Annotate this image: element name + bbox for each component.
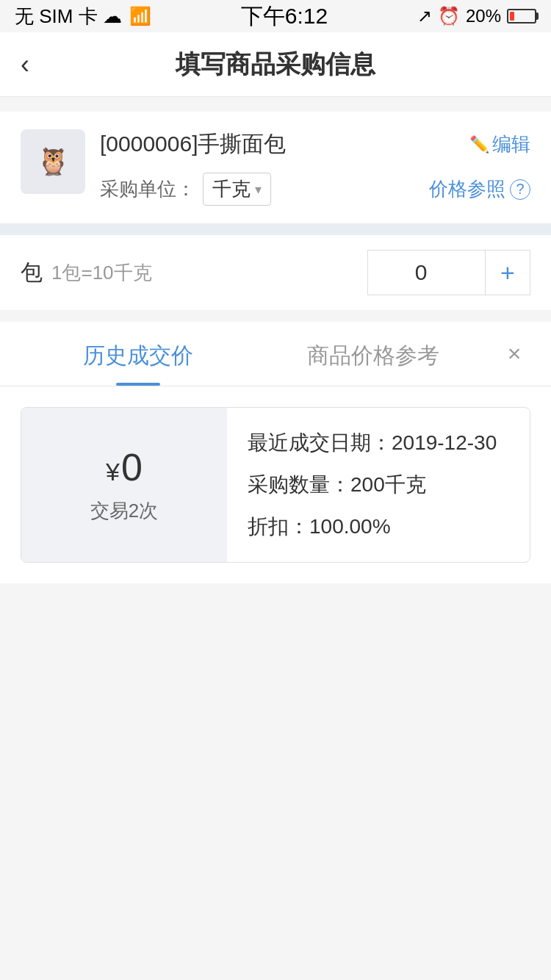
wifi-icon: 📶 [129, 6, 151, 26]
tabs-close-button[interactable]: × [498, 338, 530, 370]
edit-button[interactable]: ✏️ 编辑 [469, 131, 530, 157]
recent-date-value: 2019-12-30 [392, 431, 497, 454]
discount-label: 折扣： [248, 515, 309, 538]
product-title: 手撕面包 [198, 131, 286, 156]
recent-date-label: 最近成交日期： [248, 431, 392, 454]
location-icon: ↗ [417, 6, 432, 26]
purchase-qty-item: 采购数量：200千克 [248, 470, 509, 499]
history-price-col: ¥0 交易2次 [21, 408, 227, 562]
quantity-input[interactable] [367, 250, 485, 295]
tab-product-price-ref[interactable]: 商品价格参考 [256, 322, 491, 386]
product-name: [0000006]手撕面包 [100, 129, 286, 159]
price-reference-button[interactable]: 价格参照 ? [429, 176, 530, 202]
unit-label: 采购单位： 千克 ▾ [100, 173, 271, 206]
price-ref-help-icon: ? [510, 179, 530, 200]
purchase-qty-value: 200千克 [350, 473, 426, 496]
product-card: 🦉 [0000006]手撕面包 ✏️ 编辑 采购单位： 千克 ▾ [0, 112, 551, 223]
quantity-conversion: 1包=10千克 [51, 260, 152, 286]
status-bar: 无 SIM 卡 ☁ 📶 下午6:12 ↗ ⏰ 20% [0, 0, 551, 32]
status-time: 下午6:12 [241, 1, 328, 32]
section-divider [0, 223, 551, 235]
discount-value: 100.00% [309, 515, 391, 538]
product-row: 🦉 [0000006]手撕面包 ✏️ 编辑 采购单位： 千克 ▾ [21, 129, 530, 206]
page-title: 填写商品采购信息 [176, 48, 375, 82]
status-right: ↗ ⏰ 20% [417, 6, 536, 26]
history-price-card: ¥0 交易2次 最近成交日期：2019-12-30 采购数量：200千克 折扣：… [21, 407, 530, 563]
battery-percent: 20% [466, 6, 501, 26]
alarm-icon: ⏰ [438, 6, 460, 26]
battery-icon [507, 9, 536, 24]
product-info: [0000006]手撕面包 ✏️ 编辑 采购单位： 千克 ▾ 价格参照 [100, 129, 530, 206]
sim-label: 无 SIM 卡 ☁ [15, 4, 122, 29]
product-name-row: [0000006]手撕面包 ✏️ 编辑 [100, 129, 530, 159]
unit-label-text: 采购单位： [100, 176, 195, 202]
product-thumbnail: 🦉 [21, 129, 85, 194]
quantity-unit: 包 [21, 258, 43, 288]
currency-symbol: ¥ [106, 458, 120, 486]
back-button[interactable]: ‹ [21, 49, 29, 80]
quantity-controls: + [367, 250, 530, 295]
tabs-panel: 历史成交价 商品价格参考 × ¥0 交易2次 最近成交日期：2019-12-30… [0, 322, 551, 583]
unit-select-arrow-icon: ▾ [255, 181, 262, 198]
history-content: ¥0 交易2次 最近成交日期：2019-12-30 采购数量：200千克 折扣：… [0, 386, 551, 583]
header: ‹ 填写商品采购信息 [0, 32, 551, 97]
edit-label: 编辑 [492, 131, 530, 157]
history-detail-col: 最近成交日期：2019-12-30 采购数量：200千克 折扣：100.00% [227, 408, 530, 562]
price-value: 0 [121, 446, 143, 489]
status-left: 无 SIM 卡 ☁ 📶 [15, 4, 151, 29]
bottom-space [0, 583, 551, 877]
unit-value: 千克 [212, 176, 251, 202]
product-id: [0000006] [100, 131, 198, 156]
purchase-qty-label: 采购数量： [248, 473, 350, 496]
price-ref-label: 价格参照 [429, 176, 505, 202]
history-price-amount: ¥0 [106, 445, 143, 489]
quantity-row: 包 1包=10千克 + [0, 235, 551, 310]
recent-date-item: 最近成交日期：2019-12-30 [248, 428, 509, 457]
quantity-plus-button[interactable]: + [485, 250, 530, 295]
discount-item: 折扣：100.00% [248, 512, 509, 541]
unit-select[interactable]: 千克 ▾ [203, 173, 271, 206]
tab-history-price[interactable]: 历史成交价 [21, 322, 256, 386]
edit-icon: ✏️ [469, 135, 489, 154]
product-thumb-icon: 🦉 [37, 146, 70, 177]
tabs-header: 历史成交价 商品价格参考 × [0, 322, 551, 386]
quantity-label: 包 1包=10千克 [21, 258, 152, 288]
unit-row: 采购单位： 千克 ▾ 价格参照 ? [100, 173, 530, 206]
trade-count: 交易2次 [90, 498, 158, 524]
